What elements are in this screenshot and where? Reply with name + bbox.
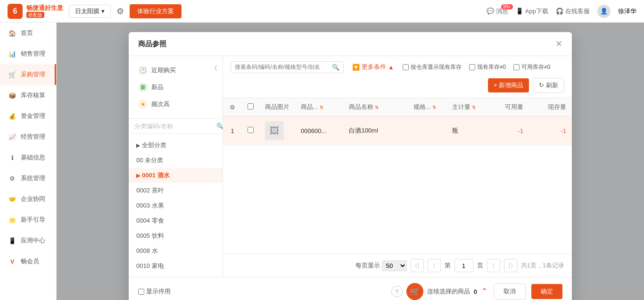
table-row[interactable]: 1 🖼 00 [223,117,572,145]
show-disabled-checkbox[interactable]: 显示停用 [138,287,171,296]
category-00[interactable]: 00 未分类 [129,153,223,168]
cell-img: 🖼 [259,117,295,145]
sidebar-item-basic-info[interactable]: ℹ 基础信息 [0,147,56,168]
system-icon: ⚙ [8,174,17,183]
recent-icon: 🕐 [138,66,148,75]
home-icon: 🏠 [8,28,17,38]
modal-close-button[interactable]: ✕ [555,39,562,49]
cart-label: 连续选择的商品 [427,287,470,296]
help-icon[interactable]: ? [391,286,403,297]
all-arrow-icon: ▶ [136,142,140,149]
category-search-input[interactable] [134,123,214,130]
page-size-select[interactable]: 50 100 200 [382,260,407,271]
col-header-available: 可用量 [486,98,529,117]
main-content: 商品参照 ✕ 🕐 近期购买 [57,23,644,300]
tab-new-products[interactable]: 新 新品 [131,79,183,96]
category-0001[interactable]: ▶ 0001 酒水 [129,168,223,183]
category-all[interactable]: ▶ 全部分类 [129,138,223,153]
product-search-input[interactable] [235,64,329,70]
page-suffix: 页 [477,261,483,270]
cell-spec [408,117,446,145]
col-header-img: 商品图片 [259,98,295,117]
page-number-input[interactable] [454,259,473,272]
sidebar-item-home[interactable]: 🏠 首页 [0,23,56,43]
freq-icon: ★ [138,100,148,109]
next-page-button[interactable]: ⟩ [487,259,500,272]
collapse-cart-icon[interactable]: ⌃ [481,286,488,297]
sidebar-item-inventory[interactable]: 📦 库存核算 [0,85,56,106]
category-0005[interactable]: 0005 饮料 [129,228,223,243]
col-header-spec[interactable]: 规格... ⇅ [408,98,446,117]
messages-button[interactable]: 💬 消息 99+ [487,7,508,16]
sales-icon: 📊 [8,49,17,58]
cell-checkbox[interactable] [242,117,259,145]
sidebar-item-finance[interactable]: 💰 资金管理 [0,106,56,126]
table-settings-icon[interactable]: ⚙ [230,104,235,111]
tab-recent-purchase[interactable]: 🕐 近期购买 [131,62,183,79]
sidebar-item-apps[interactable]: 📱 应用中心 [0,230,56,251]
last-page-button[interactable]: ⟩⟩ [504,259,517,272]
sidebar-item-sales[interactable]: 📊 销售管理 [0,43,56,64]
checkbox-available-nonzero[interactable]: 可用库存≠0 [513,63,550,71]
sidebar-item-purchase[interactable]: 🛒 采购管理 [0,64,56,85]
category-0002[interactable]: 0002 茶叶 [129,183,223,198]
category-0004[interactable]: 0004 零食 [129,213,223,228]
sidebar-item-system[interactable]: ⚙ 系统管理 [0,168,56,189]
filter-checkboxes: 按仓库显示现有库存 现有库存≠0 可用库存≠0 [403,63,551,71]
category-0010[interactable]: 0010 家电 [129,258,223,274]
prev-page-button[interactable]: ⟨ [428,259,441,272]
avatar[interactable]: 👤 [597,5,611,18]
info-icon: ℹ [8,153,17,162]
sidebar-item-guide[interactable]: 🌟 新手引导 [0,209,56,230]
collab-icon: 🤝 [8,194,17,204]
confirm-button[interactable]: 确定 [531,284,562,299]
refresh-button[interactable]: ↻ 刷新 [533,78,564,93]
new-icon: 新 [138,83,148,92]
more-filters-button[interactable]: 🔽 更多条件 ▲ [348,61,398,73]
product-table: ⚙ 商品图片 [223,98,572,145]
modal-toolbar: 🔍 🔽 更多条件 ▲ 按仓库显示现有库存 [223,56,572,98]
left-tabs: 🕐 近期购买 新 新品 ★ 频次高 [129,56,223,119]
sidebar-item-collab[interactable]: 🤝 企业协同 [0,189,56,209]
gear-icon[interactable]: ⚙ [116,6,124,17]
col-header-code[interactable]: 商品... ⇅ [295,98,343,117]
col-header-unit[interactable]: 主计量 ⇅ [446,98,486,117]
tab-frequent[interactable]: ★ 频次高 [131,96,183,113]
category-0008[interactable]: 0008 水 [129,243,223,258]
col-header-name[interactable]: 商品名称 ⇅ [343,98,408,117]
app-download-button[interactable]: 📱 App下载 [516,7,548,16]
sidebar-item-member[interactable]: V 畅会员 [0,251,56,272]
collapse-left-button[interactable]: 《 [209,62,219,71]
select-all-checkbox[interactable] [248,103,254,109]
category-0003[interactable]: 0003 水果 [129,198,223,213]
active-arrow-icon: ▶ [136,173,140,179]
product-search-icon[interactable]: 🔍 [332,64,339,71]
checkbox-nonzero-stock[interactable]: 现有库存≠0 [469,63,506,71]
col-header-checkbox [242,98,259,117]
logo: 6 畅捷通好生意 搭配版 [8,4,63,19]
filter-arrow-icon: ▲ [388,64,394,71]
cell-num: 1 [223,117,242,145]
product-table-container: ⚙ 商品图片 [223,98,572,254]
cell-code: 000600... [295,117,343,145]
row-checkbox[interactable] [248,127,254,133]
cell-stock: -1 [529,117,572,145]
sort-spec-icon: ⇅ [432,105,436,110]
checkbox-warehouse-stock[interactable]: 按仓库显示现有库存 [403,63,462,71]
filter-icon: 🔽 [352,64,360,71]
modal-right-panel: 🔍 🔽 更多条件 ▲ 按仓库显示现有库存 [223,56,572,277]
add-product-button[interactable]: + 新增商品 [488,78,529,92]
category-search-icon[interactable]: 🔍 [216,123,223,130]
first-page-button[interactable]: ⟨⟨ [411,259,424,272]
chevron-down-icon: ▾ [101,8,105,15]
online-service-button[interactable]: 🎧 在线客服 [556,7,590,16]
cart-icon[interactable]: 🛒 [406,283,423,300]
store-selector[interactable]: 日太阳膜 ▾ [69,5,111,18]
page-total: 共1页，1条记录 [521,261,564,270]
cell-available: -1 [486,117,529,145]
trial-button[interactable]: 体验行业方案 [130,4,182,18]
toolbar-right-actions: + 新增商品 ↻ 刷新 [488,78,564,93]
sidebar-item-business[interactable]: 📈 经营管理 [0,126,56,147]
cancel-button[interactable]: 取消 [494,283,526,300]
purchase-icon: 🛒 [8,70,17,79]
